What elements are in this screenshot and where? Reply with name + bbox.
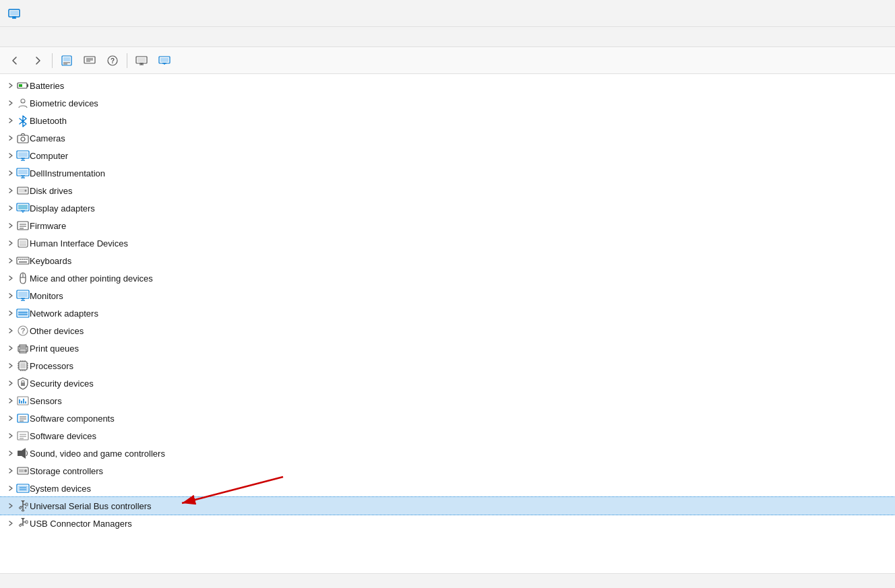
tree-item-firmware[interactable]: Firmware	[0, 217, 895, 234]
tree-item-displayadapters[interactable]: Display adapters	[0, 199, 895, 217]
chevron-icon[interactable]	[5, 98, 16, 108]
back-button[interactable]	[4, 51, 26, 71]
chevron-icon[interactable]	[5, 150, 16, 161]
usb-icon	[16, 499, 30, 513]
update-driver-button[interactable]	[79, 51, 100, 71]
tree-item-other[interactable]: ?Other devices	[0, 322, 895, 339]
tree-item-batteries[interactable]: Batteries	[0, 77, 895, 94]
tree-item-processors[interactable]: Processors	[0, 357, 895, 374]
tree-item-label: Batteries	[30, 81, 64, 91]
sound-icon	[16, 447, 30, 460]
tree-item-bluetooth[interactable]: Bluetooth	[0, 112, 895, 129]
tree-item-sensors[interactable]: Sensors	[0, 392, 895, 410]
battery-icon	[16, 79, 30, 92]
svg-rect-65	[18, 292, 28, 297]
tree-item-keyboards[interactable]: Keyboards	[0, 252, 895, 269]
camera-icon	[16, 131, 30, 145]
menu-action[interactable]	[16, 34, 30, 40]
tree-item-label: Cameras	[30, 133, 65, 143]
chevron-icon[interactable]	[5, 273, 16, 284]
tree-item-biometric[interactable]: Biometric devices	[0, 94, 895, 112]
chevron-icon[interactable]	[5, 465, 16, 476]
toolbar-separator-1	[52, 53, 53, 68]
tree-item-sound[interactable]: Sound, video and game controllers	[0, 445, 895, 462]
usbconn-icon	[16, 517, 30, 530]
tree-item-softwarecomponents[interactable]: Software components	[0, 410, 895, 427]
chevron-icon[interactable]	[5, 500, 16, 511]
tree-item-softwaredevices[interactable]: Software devices	[0, 427, 895, 445]
chevron-icon[interactable]	[5, 133, 16, 143]
tree-item-storage[interactable]: Storage controllers	[0, 462, 895, 480]
menu-help[interactable]	[43, 34, 57, 40]
maximize-button[interactable]	[825, 3, 856, 24]
tree-item-diskdrives[interactable]: Disk drives	[0, 182, 895, 199]
svg-rect-60	[26, 259, 28, 260]
svg-rect-123	[26, 503, 28, 506]
svg-marker-130	[21, 518, 25, 520]
svg-point-125	[20, 507, 22, 509]
chevron-icon[interactable]	[5, 115, 16, 126]
svg-point-113	[24, 469, 27, 472]
chevron-icon[interactable]	[5, 290, 16, 301]
softwaredev-icon	[16, 429, 30, 443]
chevron-icon[interactable]	[5, 185, 16, 196]
tree-item-dellinstrumentation[interactable]: DellInstrumentation	[0, 164, 895, 182]
tree-item-monitors[interactable]: Monitors	[0, 287, 895, 304]
display-icon	[16, 201, 30, 215]
svg-rect-32	[18, 152, 28, 157]
chevron-icon[interactable]	[5, 413, 16, 424]
menu-file[interactable]	[3, 34, 16, 40]
tree-item-system[interactable]: System devices	[0, 480, 895, 497]
computer-icon	[16, 149, 30, 162]
chevron-icon[interactable]	[5, 448, 16, 459]
properties-button[interactable]	[56, 51, 78, 71]
tree-item-label: Security devices	[30, 379, 94, 389]
chevron-icon[interactable]	[5, 220, 16, 231]
tree-item-network[interactable]: Network adapters	[0, 304, 895, 322]
chevron-icon[interactable]	[5, 308, 16, 319]
chevron-icon[interactable]	[5, 360, 16, 371]
chevron-icon[interactable]	[5, 80, 16, 91]
device-tree[interactable]: BatteriesBiometric devicesBluetoothCamer…	[0, 74, 895, 573]
tree-item-hid[interactable]: Human Interface Devices	[0, 234, 895, 252]
tree-item-mice[interactable]: Mice and other pointing devices	[0, 269, 895, 287]
chevron-icon[interactable]	[5, 238, 16, 249]
forward-button[interactable]	[27, 51, 49, 71]
chevron-icon[interactable]	[5, 325, 16, 336]
chevron-icon[interactable]	[5, 343, 16, 354]
tree-item-label: Disk drives	[30, 186, 73, 196]
help-button[interactable]: ?	[102, 51, 123, 71]
chevron-icon[interactable]	[5, 395, 16, 406]
svg-rect-21	[160, 58, 168, 62]
tree-item-usbconnector[interactable]: USB Connector Managers	[0, 515, 895, 532]
tree-item-label: System devices	[30, 484, 91, 494]
disable-button[interactable]	[131, 51, 152, 71]
chevron-icon[interactable]	[5, 483, 16, 494]
svg-rect-61	[19, 261, 27, 263]
chevron-icon[interactable]	[5, 378, 16, 389]
chevron-icon[interactable]	[5, 168, 16, 178]
system-icon	[16, 482, 30, 495]
chevron-icon[interactable]	[5, 203, 16, 214]
menu-view[interactable]	[30, 34, 43, 40]
other-icon: ?	[16, 324, 30, 337]
tree-item-usb[interactable]: Universal Serial Bus controllers	[0, 497, 895, 515]
chevron-icon[interactable]	[5, 430, 16, 441]
tree-item-label: Print queues	[30, 344, 79, 354]
tree-item-label: Keyboards	[30, 256, 71, 266]
tree-item-computer[interactable]: Computer	[0, 147, 895, 164]
tree-item-cameras[interactable]: Cameras	[0, 129, 895, 147]
svg-rect-77	[20, 349, 26, 353]
tree-item-security[interactable]: Security devices	[0, 374, 895, 392]
close-button[interactable]	[856, 3, 887, 24]
scan-button[interactable]	[154, 51, 175, 71]
minimize-button[interactable]	[794, 3, 825, 24]
keyboard-icon	[16, 254, 30, 267]
chevron-icon[interactable]	[5, 255, 16, 266]
chevron-icon[interactable]	[5, 518, 16, 529]
network-icon	[16, 306, 30, 320]
status-bar	[0, 573, 895, 588]
tree-item-printqueues[interactable]: Print queues	[0, 339, 895, 357]
sensors-icon	[16, 394, 30, 407]
svg-rect-16	[137, 58, 146, 62]
